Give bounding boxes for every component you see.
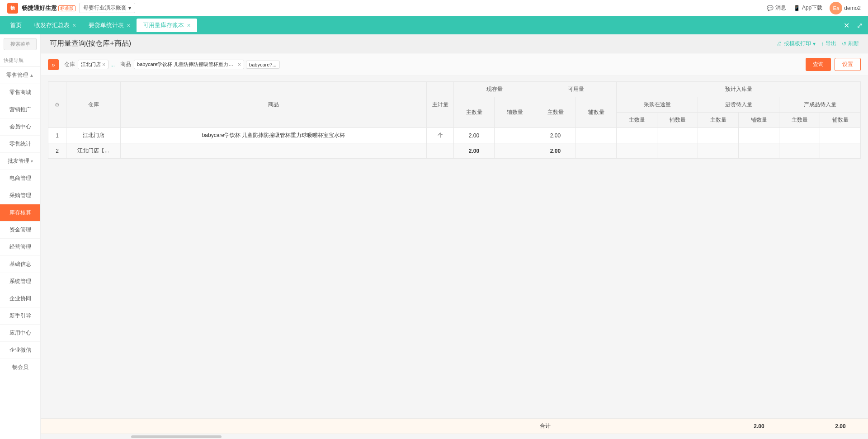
sidebar-search-button[interactable]: 搜索菜单 (4, 38, 37, 50)
content-area: 可用量查询(按仓库+商品) 🖨 按模板打印 ▾ ↑ 导出 ↺ 刷新 » (41, 34, 868, 439)
cell-product-2 (121, 143, 427, 159)
col-header-avail-sub-qty: 辅数量 (576, 97, 617, 128)
tab-order-stats[interactable]: 要货单统计表 × (82, 19, 137, 32)
sidebar-item-basic-info[interactable]: 基础信息 (0, 256, 40, 273)
top-bar: 畅 畅捷通好生意 标准版 母婴行业演示账套 ▾ 💬 消息 📱 App下载 Ea … (0, 0, 868, 16)
chevron-down-icon: ▲ (29, 73, 34, 78)
scrollbar-area[interactable] (41, 434, 868, 439)
data-table: ⚙ 仓库 商品 主计量 现存量 可用量 预计入库量 主数量 辅数量 主数量 辅数… (48, 81, 861, 159)
cell-goods-sub-2 (739, 143, 779, 159)
sidebar-item-system-mgmt[interactable]: 系统管理 (0, 273, 40, 290)
sidebar-item-zero-retail-mall[interactable]: 零售商城 (0, 84, 40, 101)
product-tag-babycare-close[interactable]: × (238, 61, 241, 68)
sidebar-item-vip-member[interactable]: 畅会员 (0, 359, 40, 376)
col-header-purchase-in-transit: 采购在途量 (617, 97, 698, 113)
footer-label: 合计 (540, 422, 576, 430)
print-template-button[interactable]: 🖨 按模板打印 ▾ (777, 40, 816, 47)
cell-stock-sub-1 (495, 128, 535, 143)
settings-button[interactable]: 设置 (835, 58, 861, 71)
cell-avail-sub-2 (576, 143, 617, 159)
product-tag-babycare2[interactable]: babycare?... (246, 61, 280, 69)
warehouse-tag-close[interactable]: × (102, 61, 105, 68)
nav-tabs: 首页 收发存汇总表 × 要货单统计表 × 可用量库存账本 × ✕ ⤢ (0, 16, 868, 34)
sidebar-item-enterprise-wechat[interactable]: 企业微信 (0, 342, 40, 359)
cell-stock-main-1: 2.00 (454, 128, 495, 143)
export-button[interactable]: ↑ 导出 (821, 40, 836, 47)
col-header-goods-main: 主数量 (698, 113, 739, 128)
app-logo: 畅 (7, 3, 18, 14)
sidebar-item-operations-mgmt[interactable]: 经营管理 (0, 239, 40, 256)
window-expand-btn[interactable]: ⤢ (855, 20, 864, 31)
col-header-finished-main: 主数量 (779, 113, 820, 128)
app-tag: 标准版 (58, 5, 75, 11)
cell-avail-main-1: 2.00 (535, 128, 576, 143)
product-tag-babycare[interactable]: babycare学饮杯 儿童防摔防撞吸管杯重力球吸嘴杯宝宝水杯 × (134, 60, 244, 69)
print-arrow-icon: ▾ (813, 41, 816, 47)
sidebar-search-area: 搜索菜单 (0, 34, 40, 54)
sidebar-item-marketing-promo[interactable]: 营销推广 (0, 101, 40, 118)
cell-finished-sub-2 (820, 143, 861, 159)
industry-selector[interactable]: 母婴行业演示账套 ▾ (79, 3, 135, 13)
col-header-product: 商品 (121, 82, 427, 128)
cell-unit-1: 个 (427, 128, 454, 143)
col-header-warehouse: 仓库 (66, 82, 121, 128)
cell-goods-main-2 (698, 143, 739, 159)
chevron-down-icon-2: ▾ (31, 159, 33, 164)
sidebar-item-zero-retail-mgmt[interactable]: 零售管理 ▲ (0, 67, 40, 84)
sidebar-quick-nav: 快捷导航 (0, 54, 40, 67)
tab-order-stats-close[interactable]: × (127, 22, 130, 29)
print-icon: 🖨 (777, 41, 782, 47)
download-icon: 📱 (793, 5, 800, 11)
cell-goods-main-1 (698, 128, 739, 143)
message-action[interactable]: 💬 消息 (767, 4, 786, 12)
top-bar-left: 畅 畅捷通好生意 标准版 母婴行业演示账套 ▾ (7, 3, 135, 14)
col-header-current-stock: 现存量 (454, 82, 535, 97)
warehouse-tag-jiangbei[interactable]: 江北门店 × (78, 60, 108, 69)
cell-goods-sub-1 (739, 128, 779, 143)
query-button[interactable]: 查询 (806, 58, 831, 71)
top-bar-right: 💬 消息 📱 App下载 Ea demo2 (767, 2, 861, 14)
cell-avail-main-2: 2.00 (535, 143, 576, 159)
col-header-purchase-sub: 辅数量 (657, 113, 698, 128)
warehouse-filter-group: 仓库 江北门店 × ... (64, 60, 115, 69)
settings-icon[interactable]: ⚙ (55, 102, 60, 108)
sidebar-item-app-center[interactable]: 应用中心 (0, 325, 40, 342)
sidebar-item-retail-stats[interactable]: 零售统计 (0, 136, 40, 153)
sidebar-item-new-guide[interactable]: 新手引导 (0, 307, 40, 325)
col-header-available: 可用量 (535, 82, 617, 97)
cell-unit-2 (427, 143, 454, 159)
col-header-finished-pending: 产成品待入量 (779, 97, 861, 113)
sidebar-item-member-center[interactable]: 会员中心 (0, 118, 40, 136)
col-header-goods-sub: 辅数量 (739, 113, 779, 128)
col-header-finished-sub: 辅数量 (820, 113, 861, 128)
app-download-action[interactable]: 📱 App下载 (793, 4, 822, 12)
product-filter-label: 商品 (120, 61, 131, 68)
tab-available-stock[interactable]: 可用量库存账本 × (137, 19, 197, 32)
export-icon: ↑ (821, 41, 824, 47)
sidebar-item-enterprise-collab[interactable]: 企业协同 (0, 290, 40, 307)
table-footer: 合计 2.00 2.00 (41, 418, 868, 434)
sidebar-item-purchase-mgmt[interactable]: 采购管理 (0, 187, 40, 204)
tab-home[interactable]: 首页 (4, 19, 28, 32)
page-title: 可用量查询(按仓库+商品) (50, 39, 131, 48)
user-info[interactable]: Ea demo2 (830, 2, 861, 14)
page-actions: 🖨 按模板打印 ▾ ↑ 导出 ↺ 刷新 (777, 40, 859, 47)
col-header-goods-pending: 进货待入量 (698, 97, 779, 113)
col-header-seq: ⚙ (48, 82, 66, 128)
sidebar-item-finance-mgmt[interactable]: 资金管理 (0, 222, 40, 239)
filter-area: » 仓库 江北门店 × ... 商品 babycare学饮杯 儿童防摔防撞吸管杯… (41, 53, 868, 76)
footer-avail-main: 2.00 (820, 423, 861, 430)
cell-finished-sub-1 (820, 128, 861, 143)
refresh-button[interactable]: ↺ 刷新 (842, 40, 859, 47)
sidebar-item-inventory-check[interactable]: 库存核算 (0, 204, 40, 222)
cell-stock-main-2: 2.00 (454, 143, 495, 159)
sidebar-item-ecommerce-mgmt[interactable]: 电商管理 (0, 170, 40, 187)
tab-recv-send-close[interactable]: × (72, 22, 76, 29)
filter-expand-button[interactable]: » (48, 59, 59, 70)
horizontal-scrollbar[interactable] (131, 435, 222, 438)
tab-available-stock-close[interactable]: × (187, 22, 190, 29)
tab-recv-send[interactable]: 收发存汇总表 × (28, 19, 82, 32)
warehouse-filter-more[interactable]: ... (110, 61, 115, 68)
sidebar-item-wholesale-mgmt[interactable]: 批发管理 ▾ (0, 153, 40, 170)
window-close-btn[interactable]: ✕ (842, 20, 851, 31)
